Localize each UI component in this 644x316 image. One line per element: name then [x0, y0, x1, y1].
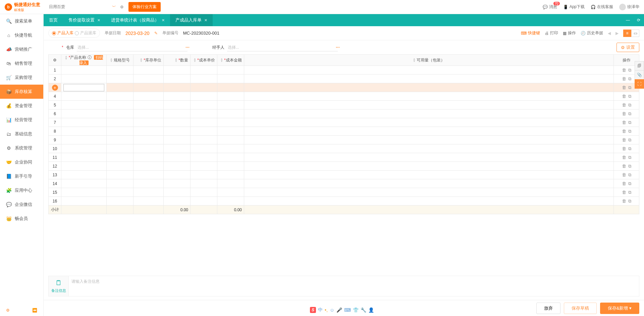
- save-new-button[interactable]: 保存&新增 ▾: [600, 303, 639, 314]
- ime-cn-icon[interactable]: 中: [318, 307, 323, 313]
- tab-1[interactable]: 售价提取设置✕: [63, 14, 106, 26]
- dock-expand-icon[interactable]: ⛶: [635, 79, 644, 89]
- table-row[interactable]: 9🗑⧉: [49, 136, 639, 144]
- sidebar-item-13[interactable]: 💬企业微信: [0, 197, 43, 212]
- name-cell-input[interactable]: [63, 84, 104, 91]
- discard-button[interactable]: 放弃: [536, 303, 560, 314]
- sidebar-item-9[interactable]: ⚙系统管理: [0, 141, 43, 155]
- copy-icon[interactable]: ⧉: [628, 129, 631, 134]
- delete-icon[interactable]: 🗑: [622, 137, 626, 142]
- card-view-button[interactable]: ▭: [631, 30, 639, 37]
- list-view-button[interactable]: ≡: [623, 30, 631, 37]
- ime-s-icon[interactable]: S: [310, 307, 316, 313]
- messages-link[interactable]: 💬 消息 70: [543, 4, 557, 10]
- sidebar-item-4[interactable]: 🛒采购管理: [0, 71, 43, 85]
- sidebar-item-14[interactable]: 👑畅会员: [0, 212, 43, 226]
- date-value[interactable]: 2023-03-20: [125, 31, 150, 36]
- col-unit[interactable]: ▲▼*库存单位: [133, 55, 164, 66]
- app-download-link[interactable]: 📱 App下载: [563, 4, 585, 10]
- more-icon[interactable]: ⋯: [185, 45, 190, 50]
- table-row[interactable]: 5🗑⧉: [49, 101, 639, 109]
- copy-icon[interactable]: ⧉: [628, 164, 631, 169]
- delete-icon[interactable]: 🗑: [622, 181, 626, 186]
- table-row[interactable]: 7🗑⧉: [49, 118, 639, 127]
- radio-stock-in[interactable]: 产品入库: [52, 30, 73, 36]
- ime-user-icon[interactable]: 👤: [368, 307, 374, 313]
- try-industry-button[interactable]: 体验行业方案: [128, 2, 161, 12]
- delete-icon[interactable]: 🗑: [622, 155, 626, 160]
- table-row[interactable]: 11🗑⧉: [49, 153, 639, 162]
- ime-punct-icon[interactable]: •,: [325, 307, 328, 313]
- close-icon[interactable]: ✕: [97, 18, 100, 22]
- table-row[interactable]: 14🗑⧉: [49, 179, 639, 188]
- copy-icon[interactable]: ⧉: [628, 190, 631, 195]
- table-row[interactable]: +🗑⧉: [49, 83, 639, 92]
- delete-icon[interactable]: 🗑: [622, 190, 626, 195]
- dock-record-icon[interactable]: 🗐: [635, 61, 644, 71]
- copy-icon[interactable]: ⧉: [628, 102, 631, 107]
- tab-minimize-button[interactable]: —: [623, 14, 633, 26]
- remark-input[interactable]: [69, 276, 639, 296]
- copy-icon[interactable]: ⧉: [628, 76, 631, 81]
- delete-icon[interactable]: 🗑: [622, 129, 626, 134]
- sidebar-item-0[interactable]: 🔍搜索菜单: [0, 14, 43, 28]
- next-icon[interactable]: ▶: [615, 31, 619, 36]
- edit-icon[interactable]: ✎: [154, 31, 158, 36]
- dock-attach-icon[interactable]: 📎: [635, 70, 644, 80]
- tab-2[interactable]: 进货单统计表（按商品）✕: [106, 14, 170, 26]
- copy-icon[interactable]: ⧉: [628, 198, 631, 204]
- delete-icon[interactable]: 🗑: [622, 111, 626, 116]
- table-row[interactable]: 8🗑⧉: [49, 127, 639, 136]
- copy-icon[interactable]: ⧉: [628, 94, 631, 99]
- ime-emoji-icon[interactable]: ☺: [330, 307, 334, 313]
- close-icon[interactable]: ✕: [162, 18, 165, 22]
- col-qty[interactable]: ▲▼*数量: [164, 55, 191, 66]
- tab-refresh-button[interactable]: ⟳: [633, 14, 644, 26]
- online-service-link[interactable]: 🎧 在线客服: [591, 4, 613, 10]
- operate-link[interactable]: ▦操作: [563, 30, 576, 36]
- settings-icon[interactable]: ⚙: [6, 308, 10, 313]
- table-row[interactable]: 1🗑⧉: [49, 66, 639, 75]
- copy-icon[interactable]: ⧉: [628, 120, 631, 125]
- sidebar-item-2[interactable]: 📣营销推广: [0, 42, 43, 56]
- copy-icon[interactable]: ⧉: [628, 155, 631, 160]
- sidebar-item-12[interactable]: 🧩应用中心: [0, 183, 43, 197]
- handler-input[interactable]: [227, 44, 338, 51]
- sidebar-item-1[interactable]: ⌂快捷导航: [0, 28, 43, 42]
- col-avail[interactable]: ▲▼可用量（包装）: [244, 55, 614, 66]
- delete-icon[interactable]: 🗑: [622, 164, 626, 169]
- collapse-icon[interactable]: ⏪: [32, 308, 37, 313]
- remark-tab[interactable]: 🗒 备注信息: [49, 276, 69, 296]
- ime-skin-icon[interactable]: 👕: [353, 307, 359, 313]
- col-config[interactable]: ⚙: [49, 55, 61, 66]
- close-icon[interactable]: ✕: [204, 18, 207, 22]
- more-icon[interactable]: ⋯: [336, 45, 340, 50]
- delete-icon[interactable]: 🗑: [622, 102, 626, 107]
- copy-icon[interactable]: ⧉: [628, 67, 631, 73]
- history-link[interactable]: 🕘历史单据: [581, 30, 603, 36]
- sidebar-item-8[interactable]: 🗂基础信息: [0, 127, 43, 141]
- copy-icon[interactable]: ⧉: [628, 111, 631, 116]
- delete-icon[interactable]: 🗑: [622, 94, 626, 99]
- table-row[interactable]: 4🗑⧉: [49, 92, 639, 101]
- business-selector[interactable]: 日用百货 ﹀: [49, 4, 116, 10]
- sidebar-item-5[interactable]: 📦库存核算: [0, 85, 43, 99]
- col-name[interactable]: ▲▼*产品名称 ⓘ 扫码录入: [61, 55, 107, 66]
- table-row[interactable]: 10🗑⧉: [49, 144, 639, 153]
- save-draft-button[interactable]: 保存草稿: [564, 303, 597, 314]
- col-price[interactable]: ▲▼*成本单价: [191, 55, 217, 66]
- delete-icon[interactable]: 🗑: [622, 198, 626, 204]
- sidebar-item-6[interactable]: 💰资金管理: [0, 99, 43, 113]
- table-row[interactable]: 2🗑⧉: [49, 75, 639, 83]
- table-row[interactable]: 15🗑⧉: [49, 188, 639, 197]
- tab-0[interactable]: 首页: [44, 14, 63, 26]
- shortcut-link[interactable]: ⌨快捷键: [521, 30, 540, 36]
- add-row-button[interactable]: +: [52, 85, 58, 91]
- delete-icon[interactable]: 🗑: [622, 85, 626, 90]
- copy-icon[interactable]: ⧉: [628, 146, 631, 151]
- copy-icon[interactable]: ⧉: [628, 172, 631, 177]
- table-row[interactable]: 16🗑⧉: [49, 197, 639, 206]
- warehouse-input[interactable]: [77, 44, 187, 51]
- delete-icon[interactable]: 🗑: [622, 76, 626, 81]
- sidebar-item-3[interactable]: 🛍销售管理: [0, 56, 43, 71]
